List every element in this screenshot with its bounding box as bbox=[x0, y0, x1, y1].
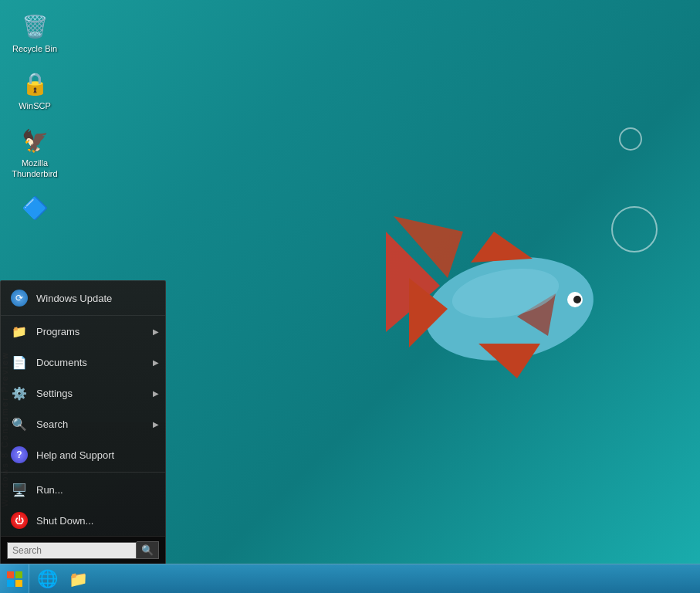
svg-rect-12 bbox=[7, 580, 14, 587]
svg-rect-13 bbox=[15, 580, 22, 587]
thunderbird-icon: 🦅 bbox=[19, 125, 50, 156]
desktop-icons-container: 🗑️ Recycle Bin 🔒 WinSCP 🦅 Mozilla Thunde… bbox=[8, 8, 62, 229]
start-menu-item-shutdown[interactable]: ⏻ Shut Down... bbox=[1, 505, 165, 536]
shutdown-icon: ⏻ bbox=[10, 511, 29, 530]
windows-update-label: Windows Update bbox=[36, 293, 112, 304]
recycle-bin-icon: 🗑️ bbox=[19, 11, 50, 42]
search-icon: 🔍 bbox=[10, 415, 29, 433]
taskbar-item-ie[interactable]: 🌐 bbox=[32, 565, 62, 593]
desktop-icon-thunderbird[interactable]: 🦅 Mozilla Thunderbird bbox=[8, 122, 62, 181]
settings-label: Settings bbox=[36, 388, 73, 399]
search-input[interactable] bbox=[7, 542, 137, 559]
shutdown-label: Shut Down... bbox=[36, 515, 93, 527]
start-menu-item-documents[interactable]: 📄 Documents ▶ bbox=[1, 347, 165, 378]
windows-update-icon: ⟳ bbox=[10, 289, 29, 307]
svg-marker-3 bbox=[471, 232, 533, 263]
start-menu-item-settings[interactable]: ⚙️ Settings ▶ bbox=[1, 378, 165, 408]
start-menu-item-search[interactable]: 🔍 Search ▶ bbox=[1, 408, 165, 439]
taskbar-item-folder[interactable]: 📁 bbox=[63, 565, 93, 593]
start-menu-item-help-support[interactable]: ? Help and Support bbox=[1, 439, 165, 470]
svg-point-6 bbox=[573, 296, 581, 303]
winscp-icon: 🔒 bbox=[19, 68, 50, 99]
start-menu: ⟳ Windows Update 📁 Programs ▶ 📄 Document… bbox=[0, 280, 166, 564]
settings-arrow: ▶ bbox=[153, 389, 159, 398]
fish-illustration bbox=[370, 208, 648, 409]
taskbar-items: 🌐 📁 bbox=[29, 565, 700, 593]
taskbar: 🌐 📁 bbox=[0, 564, 700, 593]
unknown-icon: 🔷 bbox=[19, 193, 50, 224]
search-label: Search bbox=[36, 418, 68, 430]
thunderbird-label: Mozilla Thunderbird bbox=[12, 158, 57, 178]
start-menu-item-run[interactable]: 🖥️ Run... bbox=[1, 474, 165, 505]
start-menu-search-bar: 🔍 bbox=[1, 536, 165, 564]
svg-rect-11 bbox=[15, 571, 22, 578]
search-submit-button[interactable]: 🔍 bbox=[137, 541, 159, 559]
documents-arrow: ▶ bbox=[153, 358, 159, 367]
desktop: 🗑️ Recycle Bin 🔒 WinSCP 🦅 Mozilla Thunde… bbox=[0, 0, 700, 593]
menu-separator bbox=[1, 472, 165, 473]
documents-label: Documents bbox=[36, 357, 87, 368]
search-arrow: ▶ bbox=[153, 420, 159, 429]
settings-icon: ⚙️ bbox=[10, 384, 29, 402]
winscp-label: WinSCP bbox=[19, 101, 51, 111]
help-icon: ? bbox=[10, 446, 29, 464]
desktop-icon-winscp[interactable]: 🔒 WinSCP bbox=[8, 65, 62, 114]
start-menu-item-programs[interactable]: 📁 Programs ▶ bbox=[1, 316, 165, 347]
programs-icon: 📁 bbox=[10, 322, 29, 341]
desktop-icon-unknown[interactable]: 🔷 bbox=[8, 190, 62, 229]
help-support-label: Help and Support bbox=[36, 449, 114, 461]
svg-rect-10 bbox=[7, 571, 14, 578]
deco-circle-1 bbox=[619, 127, 642, 151]
documents-icon: 📄 bbox=[10, 353, 29, 371]
programs-label: Programs bbox=[36, 326, 79, 337]
run-label: Run... bbox=[36, 484, 63, 496]
start-button[interactable] bbox=[0, 564, 29, 594]
svg-marker-7 bbox=[479, 344, 540, 378]
start-menu-item-windows-update[interactable]: ⟳ Windows Update bbox=[1, 281, 165, 316]
run-icon: 🖥️ bbox=[10, 480, 29, 499]
recycle-bin-label: Recycle Bin bbox=[12, 44, 57, 54]
programs-arrow: ▶ bbox=[153, 327, 159, 336]
desktop-icon-recycle-bin[interactable]: 🗑️ Recycle Bin bbox=[8, 8, 62, 57]
